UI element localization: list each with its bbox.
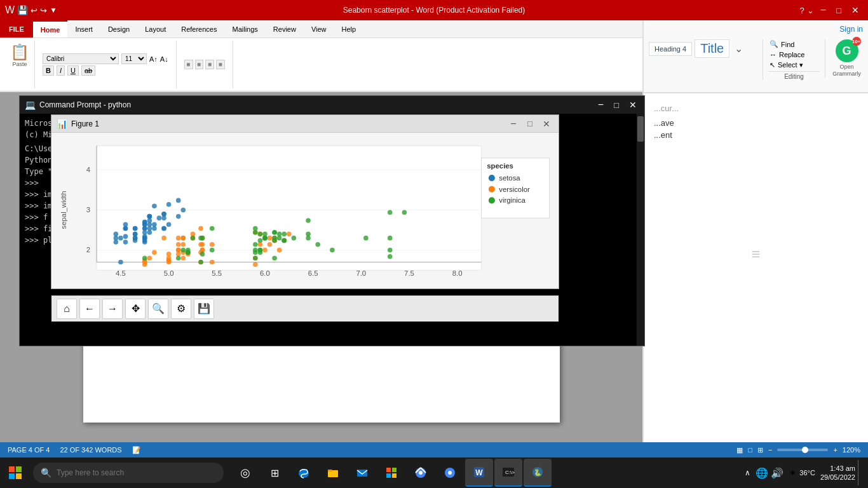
zoom-in[interactable]: +: [833, 446, 837, 454]
svg-point-76: [268, 242, 273, 247]
figure-close-btn[interactable]: ✕: [539, 117, 553, 131]
network-icon[interactable]: 🌐: [756, 467, 768, 479]
taskbar-word[interactable]: W: [465, 459, 493, 487]
grammarly-btn[interactable]: G 10+: [836, 39, 858, 62]
search-input[interactable]: [57, 468, 216, 477]
close-btn[interactable]: ✕: [848, 5, 863, 15]
tab-insert[interactable]: Insert: [67, 20, 100, 37]
svg-point-113: [176, 236, 181, 241]
increase-font[interactable]: A↑: [149, 55, 158, 63]
toolbar-configure[interactable]: ⚙: [171, 299, 191, 319]
taskbar-edge[interactable]: [290, 459, 318, 487]
style-title[interactable]: Title: [695, 39, 729, 58]
tab-home[interactable]: Home: [33, 20, 68, 37]
search-icon: 🔍: [41, 468, 51, 478]
align-center[interactable]: ≡: [195, 60, 204, 69]
svg-text:W: W: [475, 468, 483, 477]
select-btn[interactable]: ↖Select ▾: [768, 60, 820, 70]
start-btn[interactable]: [0, 458, 31, 488]
taskbar-chrome2[interactable]: [436, 459, 464, 487]
qa-redo[interactable]: ↪: [40, 6, 47, 15]
svg-point-138: [281, 232, 287, 237]
svg-point-136: [388, 254, 393, 259]
tab-layout[interactable]: Layout: [137, 20, 173, 37]
help-icon[interactable]: ?: [800, 6, 804, 15]
find-btn[interactable]: 🔍Find: [768, 39, 820, 49]
taskbar-cortana[interactable]: ◎: [231, 459, 259, 487]
taskbar-task-view[interactable]: ⊞: [261, 459, 288, 487]
justify[interactable]: ≡: [216, 60, 225, 69]
zoom-out[interactable]: −: [768, 446, 772, 454]
tab-file[interactable]: FILE: [0, 20, 33, 37]
align-right[interactable]: ≡: [205, 60, 214, 69]
tab-design[interactable]: Design: [100, 20, 137, 37]
toolbar-save[interactable]: 💾: [194, 299, 214, 319]
zoom-slider-thumb[interactable]: [802, 447, 808, 453]
svg-point-18: [123, 240, 128, 245]
status-bar: PAGE 4 OF 4 22 OF 342 WORDS 📝 ▦ □ ⊞ − + …: [0, 442, 868, 458]
tab-references[interactable]: References: [173, 20, 224, 37]
toolbar-pan[interactable]: ✥: [125, 299, 146, 319]
svg-point-162: [272, 230, 277, 235]
paste-btn[interactable]: 📋: [10, 43, 29, 61]
cmd-maximize-btn[interactable]: □: [611, 100, 621, 110]
tab-view[interactable]: View: [304, 20, 334, 37]
taskbar-store[interactable]: [377, 459, 405, 487]
view-normal[interactable]: ▦: [736, 446, 743, 454]
show-hidden-icons[interactable]: ∧: [742, 468, 753, 477]
weather-widget[interactable]: ☀ 36°C: [786, 468, 818, 478]
qa-customize[interactable]: ▼: [50, 6, 57, 15]
cmd-minimize-btn[interactable]: −: [595, 99, 606, 111]
taskbar-file-explorer[interactable]: [319, 459, 347, 487]
svg-point-140: [388, 248, 393, 253]
font-size-selector[interactable]: 11: [121, 53, 147, 64]
font-selector[interactable]: Calibri: [43, 53, 119, 64]
figure-minimize-btn[interactable]: −: [506, 117, 520, 131]
svg-point-126: [272, 255, 277, 261]
qa-save[interactable]: 💾: [17, 5, 28, 15]
tab-review[interactable]: Review: [266, 20, 304, 37]
cmd-scrollbar-thumb[interactable]: [637, 116, 644, 142]
minimize-btn[interactable]: −: [817, 4, 830, 16]
ribbon-toggle[interactable]: ⌄: [807, 6, 814, 15]
sign-in-btn[interactable]: Sign in: [839, 25, 863, 34]
search-box[interactable]: 🔍: [33, 463, 224, 483]
taskbar-chrome1[interactable]: [407, 459, 435, 487]
show-desktop[interactable]: [858, 460, 863, 485]
align-left[interactable]: ≡: [184, 60, 193, 69]
svg-point-64: [147, 214, 153, 219]
strikethrough-btn[interactable]: ab: [81, 65, 95, 76]
tab-mailings[interactable]: Mailings: [224, 20, 265, 37]
svg-point-63: [133, 236, 138, 241]
cmd-close-btn[interactable]: ✕: [627, 100, 639, 110]
bold-btn[interactable]: B: [43, 65, 54, 76]
styles-expand[interactable]: ⌄: [732, 40, 745, 57]
taskbar-cmd[interactable]: C:\>: [494, 459, 522, 487]
toolbar-forward[interactable]: →: [102, 299, 123, 319]
tab-help[interactable]: Help: [334, 20, 364, 37]
view-web[interactable]: ⊞: [757, 446, 763, 454]
taskbar: 🔍 ◎ ⊞ W: [0, 458, 868, 488]
replace-btn[interactable]: ↔Replace: [768, 50, 820, 59]
maximize-btn[interactable]: □: [832, 6, 845, 15]
svg-rect-183: [357, 470, 367, 477]
clock[interactable]: 1:43 am 29/05/2022: [820, 464, 855, 482]
svg-point-152: [200, 252, 205, 257]
style-heading4[interactable]: Heading 4: [649, 42, 692, 56]
toolbar-home[interactable]: ⌂: [57, 299, 77, 319]
taskbar-python[interactable]: 🐍: [524, 459, 552, 487]
qa-undo[interactable]: ↩: [31, 6, 37, 15]
decrease-font[interactable]: A↓: [160, 55, 168, 63]
view-print[interactable]: □: [748, 446, 752, 454]
toolbar-zoom[interactable]: 🔍: [148, 299, 168, 319]
taskbar-mail[interactable]: [348, 459, 376, 487]
svg-point-102: [161, 236, 166, 241]
underline-btn[interactable]: U: [67, 65, 79, 76]
toolbar-back[interactable]: ←: [79, 299, 100, 319]
volume-icon[interactable]: 🔊: [771, 467, 783, 479]
proofing-icon[interactable]: 📝: [132, 446, 141, 454]
svg-point-165: [262, 236, 268, 241]
cmd-scrollbar[interactable]: [637, 114, 644, 346]
figure-maximize-btn[interactable]: □: [523, 117, 537, 131]
italic-btn[interactable]: I: [57, 65, 65, 76]
